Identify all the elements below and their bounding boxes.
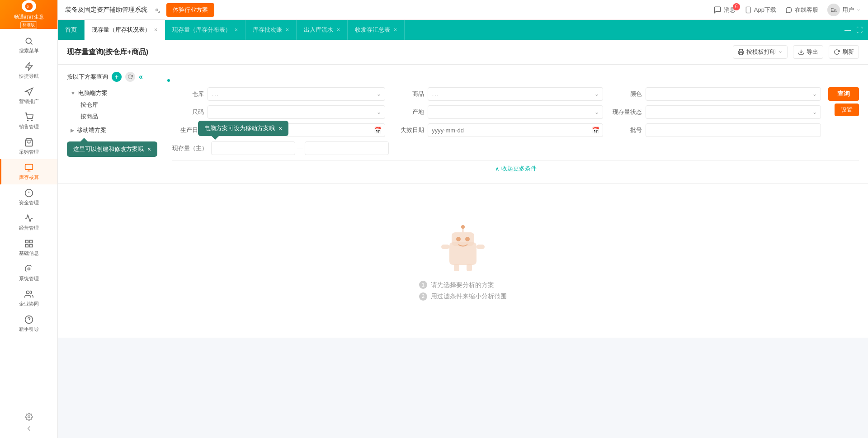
sidebar-item-operations[interactable]: 经营管理 (0, 210, 57, 235)
sidebar-item-purchase[interactable]: 采购管理 (0, 134, 57, 159)
sidebar-item-marketing[interactable]: 营销推广 (0, 83, 57, 108)
collapse-bar[interactable]: ∧ 收起更多条件 (172, 160, 859, 176)
online-service-label: 在线客服 (795, 6, 818, 14)
tab-inventory-status[interactable]: 现存量（库存状况表） × (85, 20, 165, 40)
tooltip2-close[interactable]: × (147, 146, 151, 153)
sidebar-item-inventory[interactable]: 库存核算 (0, 159, 57, 184)
sidebar-item-label: 基础信息 (19, 250, 39, 257)
gear-icon[interactable] (153, 6, 161, 14)
main-content: 现存量查询(按仓库+商品) 按模板打印 导出 刷新 按以下方案查询 + (58, 40, 868, 438)
expiry-date-row: 失效日期 📅 (392, 123, 603, 137)
tabs-bar: 首页 现存量（库存状况表） × 现存量（库存分布表） × 库存批次账 × 出入库… (58, 20, 868, 40)
expiry-date-input[interactable] (428, 123, 603, 137)
logo-icon: 6 (22, 0, 36, 12)
size-select[interactable]: ⌄ (208, 105, 385, 119)
range-dash: — (297, 145, 303, 152)
filter-arrow-btn[interactable]: « (139, 73, 143, 81)
tab-close-icon[interactable]: × (394, 27, 397, 33)
empty-tips: 1 请先选择要分析的方案 2 用过滤条件来缩小分析范围 (419, 279, 507, 302)
batch-input[interactable] (646, 123, 821, 137)
svg-point-21 (156, 9, 158, 11)
empty-tip-2: 2 用过滤条件来缩小分析范围 (419, 291, 507, 302)
print-template-label: 按模板打印 (746, 48, 776, 56)
chevron-up-icon: ∧ (495, 165, 500, 172)
sidebar-item-label: 库存核算 (19, 174, 39, 181)
tab-collect-summary[interactable]: 收发存汇总表 × (348, 20, 405, 40)
svg-point-5 (27, 120, 28, 121)
svg-rect-30 (441, 245, 449, 249)
scheme-item-warehouse[interactable]: 按仓库 (67, 99, 157, 111)
sidebar-item-newbie[interactable]: 新手引导 (0, 311, 57, 336)
tooltip1-close[interactable]: × (278, 125, 282, 132)
message-btn[interactable]: 6 消息 (713, 6, 736, 14)
sidebar-item-basic-info[interactable]: 基础信息 (0, 235, 57, 260)
goods-select[interactable]: ... ⌄ (428, 87, 603, 101)
tab-close-icon[interactable]: × (154, 27, 157, 33)
tab-home[interactable]: 首页 (58, 20, 85, 40)
svg-point-35 (461, 225, 465, 229)
tab-batch-account[interactable]: 库存批次账 × (245, 20, 297, 40)
inventory-max-input[interactable] (305, 141, 389, 155)
filter-area: 按以下方案查询 + « 电脑方案可设为移动方案哦 × ▼ (58, 65, 868, 184)
filter-refresh-btn[interactable] (125, 72, 135, 82)
dot-indicator (166, 78, 171, 83)
system-name: 装备及固定资产辅助管理系统 (65, 6, 147, 14)
sidebar-item-system[interactable]: 系统管理 (0, 260, 57, 286)
sidebar-item-cooperation[interactable]: 企业协同 (0, 286, 57, 311)
sidebar-item-quick-nav[interactable]: 快捷导航 (0, 58, 57, 83)
tab-close-icon[interactable]: × (337, 27, 340, 33)
print-template-btn[interactable]: 按模板打印 (733, 45, 788, 59)
svg-point-29 (465, 237, 470, 241)
svg-rect-24 (740, 52, 743, 55)
inventory-main-label: 现存量（主） (172, 144, 208, 152)
scheme-group-desktop: ▼ 电脑端方案 按仓库 按商品 (67, 87, 157, 122)
reset-btn[interactable]: 设置 (835, 104, 859, 116)
inventory-status-select[interactable]: ⌄ (646, 105, 821, 119)
svg-rect-32 (454, 264, 459, 271)
filter-label: 按以下方案查询 (67, 73, 108, 81)
tab-expand-icon[interactable]: ⛶ (856, 26, 863, 33)
warehouse-select[interactable]: ... ⌄ (208, 87, 385, 101)
app-download-btn[interactable]: App下载 (745, 6, 776, 14)
svg-rect-15 (29, 244, 32, 247)
scheme-group-header-mobile[interactable]: ▶ 移动端方案 (67, 124, 157, 136)
warehouse-filter-row: 仓库 ... ⌄ (172, 87, 385, 101)
sidebar-item-finance[interactable]: 资金管理 (0, 184, 57, 210)
refresh-btn[interactable]: 刷新 (829, 45, 859, 59)
tab-inventory-dist[interactable]: 现存量（库存分布表） × (165, 20, 245, 40)
filter-add-btn[interactable]: + (112, 72, 122, 82)
chevron-down-icon: ⌄ (594, 109, 599, 115)
user-area[interactable]: Ea 用户 (827, 4, 861, 16)
online-service-btn[interactable]: 在线客服 (785, 6, 818, 14)
color-select[interactable]: ⌄ (646, 87, 821, 101)
page-actions: 按模板打印 导出 刷新 (733, 45, 859, 59)
logo-area: 6 畅通好好生意 标准版 (0, 0, 57, 29)
sidebar-settings-btn[interactable] (25, 413, 33, 421)
sidebar-item-label: 搜索菜单 (19, 47, 39, 54)
chevron-down-icon: ⌄ (377, 109, 381, 115)
sidebar-nav: 搜索菜单 快捷导航 营销推广 销售管理 采购管理 库存核算 (0, 29, 57, 407)
svg-text:6: 6 (27, 4, 29, 9)
svg-point-28 (456, 237, 461, 241)
trial-industry-btn[interactable]: 体验行业方案 (166, 3, 214, 17)
tab-close-icon[interactable]: × (286, 27, 289, 33)
sidebar-item-sales[interactable]: 销售管理 (0, 108, 57, 134)
tab-collapse-icon[interactable]: — (844, 26, 851, 33)
sidebar-item-label: 企业协同 (19, 301, 39, 307)
scheme-group-mobile: ▶ 移动端方案 (67, 124, 157, 136)
export-btn[interactable]: 导出 (793, 45, 823, 59)
origin-select[interactable]: ⌄ (428, 105, 603, 119)
scheme-group-header-desktop[interactable]: ▼ 电脑端方案 (67, 87, 157, 99)
scheme-group-label: 移动端方案 (77, 126, 106, 134)
inventory-min-input[interactable] (211, 141, 295, 155)
svg-point-0 (25, 2, 33, 10)
warehouse-dots: ... (212, 90, 219, 98)
search-btn[interactable]: 查询 (828, 87, 859, 101)
scheme-item-goods[interactable]: 按商品 (67, 111, 157, 122)
sidebar-item-search-menu[interactable]: 搜索菜单 (0, 33, 57, 58)
tab-inout-flow[interactable]: 出入库流水 × (297, 20, 348, 40)
svg-point-17 (26, 291, 29, 294)
sidebar-collapse-btn[interactable] (25, 424, 33, 433)
tab-close-icon[interactable]: × (235, 27, 238, 33)
arrow-icon: ▼ (71, 90, 75, 96)
